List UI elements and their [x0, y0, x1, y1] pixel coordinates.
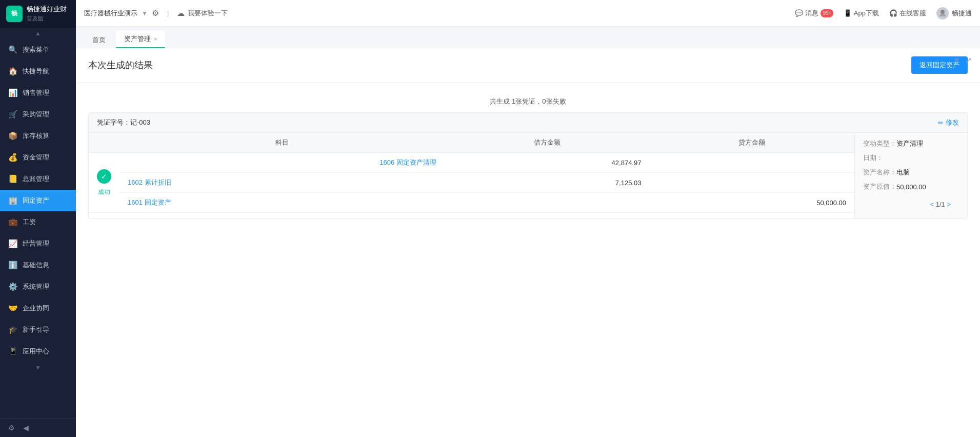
tab-asset-management[interactable]: 资产管理 × [116, 31, 165, 48]
sidebar-item-quick-nav[interactable]: 🏠 快捷导航 [0, 61, 76, 82]
sidebar-item-guide[interactable]: 🎓 新手引导 [0, 319, 76, 341]
sidebar: 畅 畅捷通好业财 普及版 ▲ 🔍 搜索菜单 🏠 快捷导航 📊 销售管理 🛒 采购… [0, 0, 76, 437]
tab-asset-label: 资产管理 [124, 34, 151, 44]
avatar [936, 7, 949, 19]
sidebar-item-inventory-label: 库存核算 [23, 131, 49, 141]
sidebar-item-operations[interactable]: 📈 经营管理 [0, 233, 76, 254]
home-icon: 🏠 [8, 67, 17, 76]
credit-cell-1 [649, 173, 854, 193]
side-field-change-type: 变动类型： 资产清理 [863, 139, 959, 148]
sidebar-item-general-ledger[interactable]: 📒 总账管理 [0, 168, 76, 190]
customer-service-label: 在线客服 [899, 9, 926, 18]
result-summary: 共生成 1张凭证，0张失败 [88, 91, 968, 112]
app-download-button[interactable]: 📱 App下载 [844, 9, 879, 18]
sidebar-item-salary[interactable]: 💼 工资 [0, 211, 76, 233]
sidebar-item-basic-info[interactable]: ℹ️ 基础信息 [0, 254, 76, 276]
enterprise-icon: 🤝 [8, 304, 17, 313]
subject-cell-1: 1602 累计折旧 [119, 173, 445, 193]
side-field-asset-original-value: 资产原值： 50,000.00 [863, 182, 959, 191]
table-row: ✓ 成功 1606 固定资产清理 4 [89, 153, 854, 173]
voucher-body: 科目 借方金额 贷方金额 [89, 133, 967, 218]
customer-service-button[interactable]: 🎧 在线客服 [889, 9, 926, 18]
sidebar-item-ledger-label: 总账管理 [23, 174, 49, 184]
table-header-debit: 借方金额 [445, 133, 650, 153]
expand-panel-button[interactable]: ⤢ [965, 55, 972, 65]
settings-footer-icon[interactable]: ⚙ [8, 424, 15, 432]
fixed-assets-icon: 🏢 [8, 196, 17, 205]
status-cell: ✓ 成功 [89, 153, 119, 213]
ledger-icon: 📒 [8, 174, 17, 184]
sidebar-item-search[interactable]: 🔍 搜索菜单 [0, 39, 76, 61]
prev-page-button[interactable]: < [930, 201, 934, 208]
side-field-asset-name: 资产名称： 电脑 [863, 168, 959, 177]
username: 畅捷通 [952, 9, 972, 18]
sidebar-footer: ⚙ ◀ [0, 418, 76, 437]
close-panel-button[interactable]: × [954, 55, 959, 65]
credit-cell-2: 50,000.00 [649, 193, 854, 213]
page-title: 本次生成的结果 [88, 59, 153, 71]
info-icon: ℹ️ [8, 261, 17, 270]
voucher-table-area: 科目 借方金额 贷方金额 [89, 133, 854, 218]
experience-button[interactable]: ☁ 我要体验一下 [177, 9, 228, 18]
scroll-down-indicator: ▼ [0, 362, 76, 373]
topbar-right: 💬 消息 99+ 📱 App下载 🎧 在线客服 畅捷通 [795, 7, 972, 19]
app-center-icon: 📱 [8, 347, 17, 356]
sidebar-item-system[interactable]: ⚙️ 系统管理 [0, 276, 76, 297]
purchase-icon: 🛒 [8, 110, 17, 119]
collapse-sidebar-icon[interactable]: ◀ [23, 424, 29, 432]
capital-icon: 💰 [8, 153, 17, 162]
experience-label: 我要体验一下 [188, 9, 228, 18]
table-header-status [89, 133, 119, 153]
search-icon: 🔍 [8, 45, 17, 54]
tab-home[interactable]: 首页 [84, 32, 114, 48]
sidebar-item-capital[interactable]: 💰 资金管理 [0, 147, 76, 168]
edit-icon: ✏ [938, 119, 944, 127]
voucher-side-panel: 变动类型： 资产清理 日期： 资产名称： 电脑 资产原值： [854, 133, 967, 218]
messages-button[interactable]: 💬 消息 99+ [795, 9, 833, 18]
side-field-date: 日期： [863, 153, 959, 163]
settings-icon[interactable]: ⚙ [152, 8, 159, 18]
table-row: 1601 固定资产 50,000.00 [89, 193, 854, 213]
main-area: 医疗器械行业演示 ▼ ⚙ | ☁ 我要体验一下 💬 消息 99+ 📱 App下载 [76, 0, 980, 437]
sidebar-item-system-label: 系统管理 [23, 282, 49, 291]
debit-cell-0: 42,874.97 [445, 153, 650, 173]
subject-cell-2: 1601 固定资产 [119, 193, 445, 213]
success-icon: ✓ [97, 169, 111, 184]
success-text: 成功 [98, 188, 110, 196]
company-dropdown-icon[interactable]: ▼ [142, 10, 148, 17]
sidebar-item-sales[interactable]: 📊 销售管理 [0, 82, 76, 104]
download-icon: 📱 [844, 9, 852, 17]
sidebar-item-enterprise[interactable]: 🤝 企业协同 [0, 297, 76, 319]
next-page-button[interactable]: > [947, 201, 951, 208]
topbar-left: 医疗器械行业演示 ▼ ⚙ | ☁ 我要体验一下 [84, 8, 228, 18]
tabbar: 首页 资产管理 × [76, 27, 980, 48]
salary-icon: 💼 [8, 217, 17, 227]
sidebar-item-capital-label: 资金管理 [23, 153, 49, 162]
sidebar-nav: ▲ 🔍 搜索菜单 🏠 快捷导航 📊 销售管理 🛒 采购管理 📦 库存核算 💰 资… [0, 28, 76, 418]
user-info[interactable]: 畅捷通 [936, 7, 972, 19]
company-name: 医疗器械行业演示 [84, 9, 137, 18]
debit-cell-2 [445, 193, 650, 213]
asset-value-label: 资产原值： [863, 182, 896, 191]
sidebar-item-inventory[interactable]: 📦 库存核算 [0, 125, 76, 147]
table-header-credit: 贷方金额 [649, 133, 854, 153]
cloud-icon: ☁ [177, 9, 185, 18]
svg-point-0 [941, 10, 945, 14]
edit-label: 修改 [946, 118, 959, 127]
sidebar-item-sales-label: 销售管理 [23, 88, 49, 97]
table-header-subject: 科目 [119, 133, 445, 153]
voucher-header: 凭证字号：记-003 ✏ 修改 [89, 113, 967, 133]
voucher-card: 凭证字号：记-003 ✏ 修改 科目 借方金额 [88, 112, 968, 219]
sidebar-item-app-center[interactable]: 📱 应用中心 [0, 341, 76, 362]
system-icon: ⚙️ [8, 282, 17, 291]
scroll-up-indicator: ▲ [0, 28, 76, 39]
subject-cell-0: 1606 固定资产清理 [119, 153, 445, 173]
sidebar-item-purchase[interactable]: 🛒 采购管理 [0, 104, 76, 125]
voucher-edit-button[interactable]: ✏ 修改 [938, 118, 959, 127]
tab-close-button[interactable]: × [154, 36, 157, 42]
sidebar-item-enterprise-label: 企业协同 [23, 304, 49, 313]
app-logo: 畅 [6, 6, 23, 22]
sidebar-item-fixed-assets-label: 固定资产 [23, 196, 49, 205]
service-icon: 🎧 [889, 9, 897, 17]
sidebar-item-fixed-assets[interactable]: 🏢 固定资产 [0, 190, 76, 211]
